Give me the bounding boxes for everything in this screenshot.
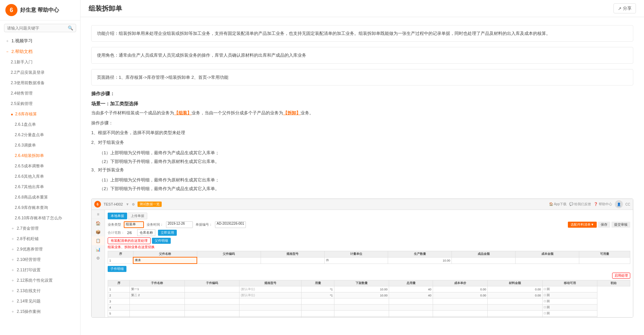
- mock-help-link: ❓ 帮助中心: [594, 202, 612, 207]
- active-indicator: ●: [11, 112, 13, 117]
- nav-item-print[interactable]: ＋ 2.11打印设置: [0, 265, 80, 275]
- mock-test-badge: 测试数据一览: [138, 202, 162, 207]
- mock-tab-local: 本地单据: [108, 213, 127, 219]
- step2-sub1: （1）上部明细为父件明细，最终作为产成品生成其它入库单；: [99, 149, 633, 157]
- nav-item-prepare[interactable]: 2.3使用前数据准备: [0, 78, 80, 88]
- content-area: 功能介绍：组装拆卸单用来处理企业组装或拆卸等加工业务，支持有固定装配清单的产品加…: [80, 17, 644, 335]
- nav-tree: ＋ 1.视频学习 － 2.帮助文档 2.1新手入门 2.2产品安装及登录 2.3…: [0, 36, 80, 335]
- collapse-icon: －: [5, 49, 9, 55]
- step3-subs: （1）上部明细为父件明细，最终作为原材料生成其它出库单； （2）下部明细为子件明…: [99, 176, 633, 193]
- plus-icon: ＋: [11, 226, 15, 231]
- mock-apply-btn: 立即采用: [158, 230, 177, 236]
- mock-upper-header: 父件明细: [152, 238, 171, 244]
- plus-icon: ＋: [11, 309, 15, 315]
- nav-item-purchase[interactable]: 2.5采购管理: [0, 99, 80, 109]
- mock-tabs: 本地单据 上传单据: [108, 213, 630, 219]
- expand-icon: ＋: [5, 38, 9, 44]
- step2-sub2: （2）下部明细为子件明细，最终作为原材料生成其它出库单。: [99, 157, 633, 166]
- plus-icon: ＋: [11, 267, 15, 273]
- mock-main: 本地单据 上传单据 业务类型 组装单 业务时间： 2019-12-26 单据编号…: [105, 210, 633, 317]
- step1: 1、根据不同的业务，选择不同单据的类型来处理: [91, 129, 633, 136]
- steps-heading: 操作步骤：: [91, 91, 633, 97]
- nav-item-inventory[interactable]: ● 2.6库存核算: [0, 109, 80, 119]
- step3-sub2: （2）下部明细为子件明细，最终作为产成品生成其它入库单。: [99, 184, 633, 193]
- step3: 3、对于拆装业务: [91, 166, 633, 174]
- plus-icon: ＋: [11, 257, 15, 263]
- annotation-switch: 组装业务、拆卸业务在这里切换: [108, 245, 155, 249]
- mock-appstore-link: 🏠 App下载: [549, 202, 567, 207]
- step2: 2、对于组装业务: [91, 138, 633, 146]
- mock-date-label: 业务时间：: [147, 222, 163, 227]
- mock-test-id: TEST-H002: [104, 202, 123, 206]
- plus-icon: ＋: [11, 298, 15, 304]
- mock-save-btn: 保存: [598, 222, 610, 228]
- mock-content: ≡ 🏠 📦 📋 📊 ⚙ 本地单据 上传单据: [92, 210, 633, 317]
- nav-item-stocktake[interactable]: 2.6.1盘点单: [0, 119, 80, 130]
- mock-feedback-link: 💬 给我们反馈: [569, 202, 591, 207]
- nav-item-other-in[interactable]: 2.6.6其他入库单: [0, 171, 80, 182]
- mock-tab-upload: 上传单据: [128, 213, 147, 219]
- nav-item-cases[interactable]: ＋ 2.15操作案例: [0, 306, 80, 317]
- mock-sidebar: ≡ 🏠 📦 📋 📊 ⚙: [92, 210, 105, 317]
- page-title: 组装拆卸单: [89, 4, 122, 13]
- nav-item-finance[interactable]: ＋ 2.7资金管理: [0, 223, 80, 234]
- mock-date-value: 2019-12-26: [166, 221, 193, 228]
- mock-warehouse-input: 仓库名称: [137, 229, 155, 236]
- plus-icon: ＋: [11, 288, 15, 294]
- nav-item-coupon[interactable]: ＋ 2.9优惠券管理: [0, 244, 80, 255]
- mock-count-row: 合计笔数： 2/6 仓库名称 立即采用: [108, 229, 630, 236]
- main-panel: 组装拆卸单 ↗ 分享 功能介绍：组装拆卸单用来处理企业组装或拆卸等加工业务，支持…: [80, 0, 644, 335]
- nav-item-transfer[interactable]: 2.6.3调拨单: [0, 140, 80, 151]
- nav-item-assembly[interactable]: 2.6.4组装拆卸单: [0, 151, 80, 161]
- nav-item-newbie[interactable]: 2.1新手入门: [0, 57, 80, 67]
- nav-item-sales[interactable]: 2.4销售管理: [0, 88, 80, 99]
- step3-sub1: （1）上部明细为父件明细，最终作为原材料生成其它出库单；: [99, 176, 633, 184]
- share-icon: ↗: [618, 6, 622, 11]
- mock-bom-btn: 选配件料清单▼: [568, 222, 597, 228]
- mock-type-value: 组装单: [124, 221, 144, 228]
- search-input[interactable]: [7, 26, 68, 31]
- step2-subs: （1）上部明细为父件明细，最终作为产成品生成其它入库单； （2）下部明细为子件明…: [99, 149, 633, 166]
- mock-avatar: 👤: [615, 200, 623, 208]
- mock-form-row: 业务类型 组装单 业务时间： 2019-12-26 单据编号： AD-20191…: [108, 221, 630, 228]
- annotation-bom: 有装配清单的在这里处理: [108, 237, 151, 244]
- plus-icon: ＋: [11, 236, 15, 242]
- nav-item-customize[interactable]: ＋ 2.12系统个性化设置: [0, 275, 80, 286]
- scene1-desc: 当由多个子件材料组装成一个成品的业务为【组装】业务，当由一个父件拆分成多个子产品…: [91, 109, 633, 117]
- nav-item-videos[interactable]: ＋ 1.视频学习: [0, 36, 80, 46]
- steps-label: 操作步骤：: [91, 119, 633, 127]
- plus-icon: ＋: [11, 278, 15, 283]
- nav-item-cost-adjust[interactable]: 2.6.5成本调整单: [0, 161, 80, 171]
- nav-item-mobile[interactable]: ＋ 2.8手机旺铺: [0, 234, 80, 244]
- intro-block: 功能介绍：组装拆卸单用来处理企业组装或拆卸等加工业务，支持有固定装配清单的产品加…: [91, 25, 633, 42]
- nav-item-partial-stocktake[interactable]: 2.6.2分量盘点单: [0, 130, 80, 140]
- share-button[interactable]: ↗ 分享: [613, 3, 636, 13]
- nav-item-install[interactable]: 2.2产品安装及登录: [0, 67, 80, 78]
- screenshot-container: 6 TEST-H002 ▼ ⚙ 测试数据一览 🏠 App下载 💬 给我们反馈 ❓…: [91, 199, 633, 318]
- nav-item-ledger-fix[interactable]: 2.6.10库存账本错了怎么办: [0, 213, 80, 223]
- mock-submit-btn: 提交审核: [611, 222, 630, 228]
- mock-num-label: 单据编号：: [196, 222, 212, 227]
- role-block: 使用角色：通常由生产人员或库管人员完成拆装业务的操作，库管人员确认原材料的出库和…: [91, 47, 633, 63]
- mock-type-label: 业务类型: [108, 222, 121, 227]
- mock-upper-table: 序父件名称父件编码规格型号计量单位生产数量成品金额成本金额可用量 1 米木 件 …: [108, 251, 630, 264]
- sidebar: 6 好生意 帮助中心 🔍 ＋ 1.视频学习 － 2.帮助文档 2.1新手入门 2…: [0, 0, 80, 335]
- nav-item-other-out[interactable]: 2.6.7其他出库单: [0, 182, 80, 192]
- nav-item-operations[interactable]: ＋ 2.10经营管理: [0, 255, 80, 265]
- screenshot-inner: 6 TEST-H002 ▼ ⚙ 测试数据一览 🏠 App下载 💬 给我们反馈 ❓…: [92, 199, 633, 317]
- mock-logo: 6: [94, 201, 101, 208]
- mock-num-value: AD-20191226-001: [215, 221, 246, 228]
- mock-lower-header: 子件明细: [108, 266, 126, 272]
- nav-item-ledger-query[interactable]: 2.6.9库存账本查询: [0, 203, 80, 213]
- annotation-enable: 启用处理: [612, 273, 630, 279]
- nav-item-docs[interactable]: － 2.帮助文档: [0, 46, 80, 57]
- mock-lower-table: 序子件名称子件编码规格型号用量下架数量总用量成本单价材料金额移动可用初始 1第一…: [108, 280, 630, 317]
- nav-item-online-pay[interactable]: ＋ 2.13在线支付: [0, 286, 80, 296]
- search-bar[interactable]: 🔍: [4, 24, 76, 32]
- nav-item-faq[interactable]: ＋ 2.14常见问题: [0, 296, 80, 306]
- nav-item-cost-recalc[interactable]: 2.6.8商品成本重算: [0, 192, 80, 203]
- search-icon: 🔍: [68, 25, 73, 31]
- app-logo: 6: [5, 4, 17, 16]
- app-title: 好生意 帮助中心: [20, 7, 59, 14]
- path-block: 页面路径：1、库存核算->库存管理->组装拆卸单 2、首页->常用功能: [91, 69, 633, 86]
